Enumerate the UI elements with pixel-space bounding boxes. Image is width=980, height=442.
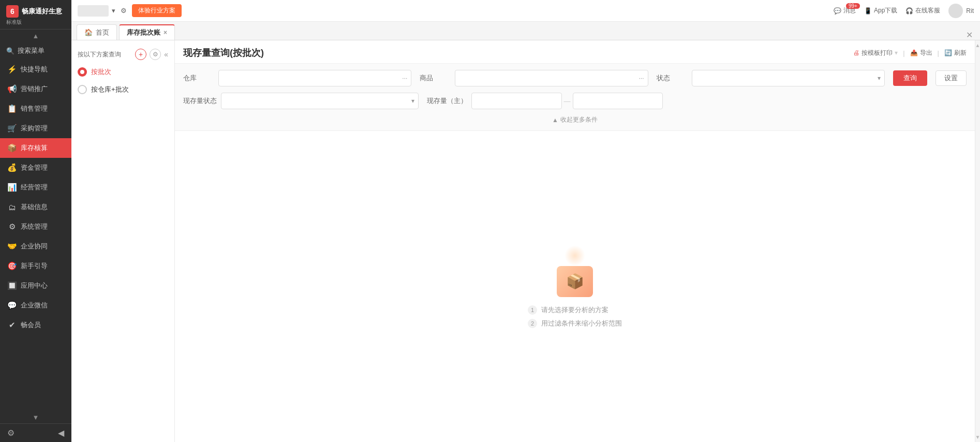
export-btn[interactable]: 📤 导出 [910,49,932,57]
filter-item-warehouse-batch[interactable]: 按仓库+批次 [71,81,174,98]
sidebar-item-label: 企业协同 [21,242,48,251]
goods-field: 商品 ··· [420,70,648,86]
breadcrumb: ▾ [78,5,115,17]
empty-face-icon: 📦 [566,273,584,290]
sidebar-item-wechat[interactable]: 💬 企业微信 [0,296,71,315]
sidebar-item-finance[interactable]: 💰 资金管理 [0,158,71,178]
batch-filter-icon [78,67,87,77]
sidebar-item-enterprise[interactable]: 🤝 企业协同 [0,237,71,256]
user-menu[interactable]: Rit [948,4,974,18]
sidebar-item-label: 企业微信 [21,301,48,310]
empty-box: 📦 [557,266,593,297]
stock-qty-dash: — [564,97,571,105]
settings-bottom-icon[interactable]: ⚙ [7,428,14,438]
export-icon: 📤 [910,49,918,56]
sidebar-item-sales[interactable]: 📋 销售管理 [0,99,71,119]
sidebar-scroll-down[interactable]: ▼ [0,411,71,423]
filter-add-btn[interactable]: + [135,49,146,60]
sidebar: 6 畅康通好生意 标准版 ▲ 🔍 搜索菜单 ⚡ 快捷导航 📢 营销推广 📋 销售… [0,0,71,442]
print-icon: 🖨 [853,49,859,56]
refresh-btn[interactable]: 🔄 刷新 [944,49,967,57]
close-all-btn[interactable]: ✕ [966,30,973,40]
stock-status-field: 现存量状态 ▾ [183,93,419,109]
sidebar-item-operations[interactable]: 📊 经营管理 [0,178,71,197]
collapse-conditions-btn[interactable]: ▲ 收起更多条件 [183,115,967,124]
sidebar-item-purchase[interactable]: 🛒 采购管理 [0,119,71,138]
page-title: 现存量查询(按批次) [183,47,264,59]
divider2: | [938,49,939,57]
app-name: 畅康通好生意 [22,7,62,16]
breadcrumb-input[interactable] [78,5,109,17]
sidebar-item-guide[interactable]: 🎯 新手引导 [0,256,71,276]
trial-btn[interactable]: 体验行业方案 [132,4,182,17]
query-button[interactable]: 查询 [893,70,927,86]
enterprise-icon: 🤝 [7,242,17,251]
purchase-icon: 🛒 [7,124,17,133]
scroll-down-arrow[interactable]: ▼ [975,434,980,440]
sidebar-bottom: ⚙ ◀ [0,423,71,442]
collapse-sidebar-icon[interactable]: ◀ [58,428,64,438]
status-select[interactable] [692,70,885,86]
tab-inventory-batch[interactable]: 库存批次账 × [119,24,175,40]
sidebar-item-label: 基础信息 [21,202,48,212]
status-field: 状态 ▾ [657,70,885,86]
sidebar-item-apps[interactable]: 🔲 应用中心 [0,276,71,296]
sidebar-scroll-up[interactable]: ▲ [0,30,71,42]
sidebar-logo-icon: 6 [6,5,19,18]
sidebar-item-label: 销售管理 [21,104,48,113]
filter-item-batch[interactable]: 按批次 [71,63,174,81]
messages-btn[interactable]: 💬 消息 99+ [834,6,856,15]
warehouse-suffix[interactable]: ··· [402,75,407,82]
print-dropdown-icon[interactable]: ▾ [895,49,898,56]
sidebar-item-shortcut[interactable]: ⚡ 快捷导航 [0,60,71,79]
sidebar-item-label: 资金管理 [21,163,48,172]
sidebar-item-inventory[interactable]: 📦 库存核算 [0,138,71,158]
filter-settings-btn[interactable]: ⚙ [150,49,161,60]
sidebar-item-basic[interactable]: 🗂 基础信息 [0,197,71,217]
search-icon: 🔍 [6,47,14,55]
online-service-label: 在线客服 [915,6,940,15]
online-service-btn[interactable]: 🎧 在线客服 [905,6,940,15]
sidebar-item-member[interactable]: ✔ 畅会员 [0,315,71,335]
goods-input[interactable] [455,70,648,86]
sidebar-item-marketing[interactable]: 📢 营销推广 [0,79,71,99]
status-select-wrapper: ▾ [692,70,885,86]
stock-qty-field: 现存量（主） — [427,93,662,109]
goods-input-wrapper: ··· [455,70,648,86]
sidebar-search[interactable]: 🔍 搜索菜单 [0,42,71,60]
sidebar-item-system[interactable]: ⚙ 系统管理 [0,217,71,237]
main-area: ▾ ⚙ 体验行业方案 💬 消息 99+ 📱 App下载 🎧 在线客服 Rit [71,0,980,442]
filter-panel-header: 按以下方案查询 + ⚙ « [71,46,174,63]
sidebar-nav: ⚡ 快捷导航 📢 营销推广 📋 销售管理 🛒 采购管理 📦 库存核算 💰 资金管… [0,60,71,411]
sidebar-item-label: 库存核算 [21,143,48,153]
stock-status-select[interactable] [221,93,419,109]
breadcrumb-dropdown-icon[interactable]: ▾ [112,7,115,14]
warehouse-field: 仓库 ··· [183,70,411,86]
sidebar-item-label: 应用中心 [21,281,48,290]
sidebar-header: 6 畅康通好生意 标准版 [0,0,71,30]
divider1: | [903,49,904,57]
empty-tip-1: 1 请先选择要分析的方案 [528,305,622,315]
goods-suffix[interactable]: ··· [639,75,644,82]
tab-home[interactable]: 🏠 首页 [77,24,117,40]
filter-collapse-btn[interactable]: « [164,50,168,58]
stock-qty-max-input[interactable] [573,93,663,109]
filter-panel: 按以下方案查询 + ⚙ « 按批次 [71,40,175,442]
topbar-icon-group: 💬 消息 99+ 📱 App下载 🎧 在线客服 Rit [834,4,974,18]
settings-button[interactable]: 设置 [936,70,967,86]
message-icon: 💬 [834,7,841,14]
print-btn[interactable]: 🖨 按模板打印 ▾ [853,49,898,57]
apps-icon: 🔲 [7,281,17,290]
app-download-btn[interactable]: 📱 App下载 [864,6,897,15]
warehouse-input[interactable] [218,70,411,86]
topbar: ▾ ⚙ 体验行业方案 💬 消息 99+ 📱 App下载 🎧 在线客服 Rit [71,0,980,22]
scroll-up-arrow[interactable]: ▲ [975,42,980,48]
empty-icon: 📦 [549,245,601,297]
stock-qty-min-input[interactable] [471,93,561,109]
print-btn-label: 按模板打印 [862,49,893,57]
topbar-settings-icon[interactable]: ⚙ [121,7,127,14]
tab-close-btn[interactable]: × [164,29,167,36]
headset-icon: 🎧 [905,7,913,14]
warehouse-label: 仓库 [183,73,214,83]
stock-status-label: 现存量状态 [183,96,217,106]
